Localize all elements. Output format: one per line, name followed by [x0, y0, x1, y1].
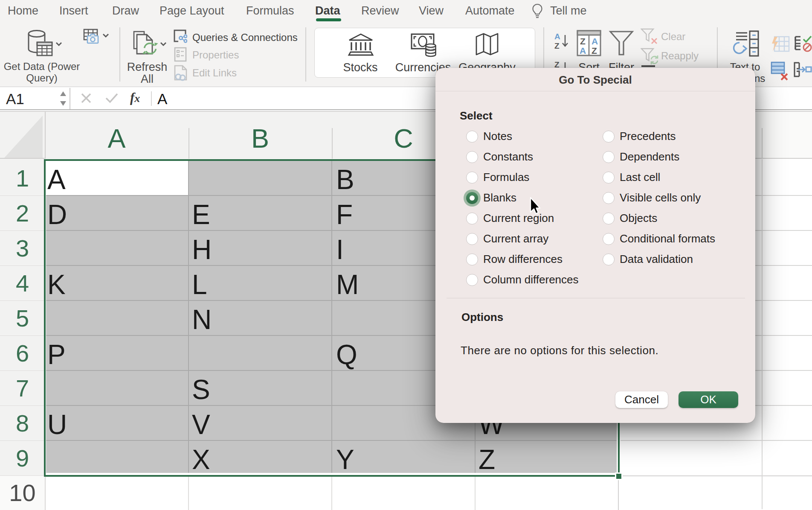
svg-text:A: A — [554, 32, 560, 41]
svg-text:Z: Z — [554, 41, 560, 50]
svg-text:A: A — [580, 46, 586, 55]
svg-text:A: A — [592, 36, 598, 46]
svg-text:Z: Z — [554, 61, 560, 68]
svg-text:Z: Z — [580, 36, 586, 46]
svg-text:Z: Z — [592, 46, 597, 55]
